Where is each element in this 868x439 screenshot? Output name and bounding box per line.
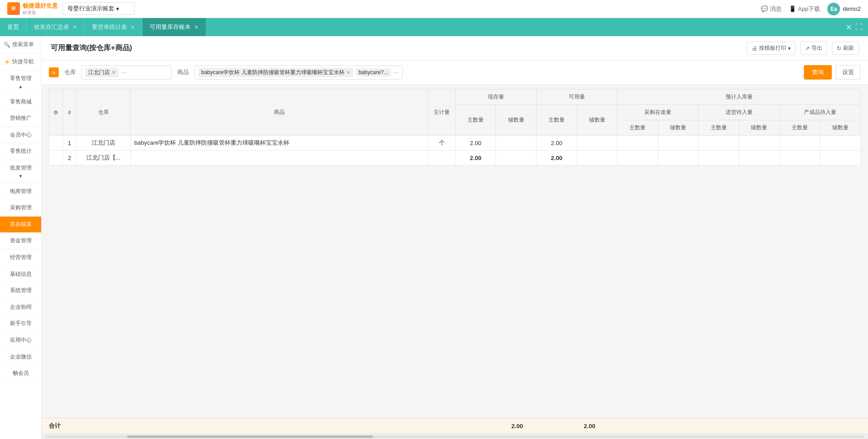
cell-purchase-aux [658, 136, 698, 151]
cell-product-main [779, 151, 820, 165]
warehouse-filter-label: 仓库 [64, 68, 76, 76]
sidebar-item-system[interactable]: 系统管理 [0, 283, 41, 299]
export-button[interactable]: ↗ 导出 [800, 42, 827, 55]
sidebar-item-member[interactable]: 会员中心 [0, 127, 41, 144]
expand-arrow-icon: ▼ [19, 174, 23, 179]
tab-available-inventory[interactable]: 可用量库存账本 ✕ [142, 18, 206, 36]
username-label: demo2 [843, 5, 861, 12]
sidebar-item-finance[interactable]: 资金管理 [0, 233, 41, 250]
remove-warehouse-tag-icon[interactable]: ✕ [112, 70, 116, 76]
goods-filter-input[interactable]: babycare学饮杯 儿童防摔防撞吸管杯重力球吸嘴杯宝宝水杯 ✕ babyca… [194, 66, 403, 80]
more-goods-icon[interactable]: ··· [394, 69, 399, 76]
cell-unit: 个 [428, 136, 455, 151]
remove-goods-tag1-icon[interactable]: ✕ [346, 70, 350, 76]
chevron-down-icon: ▾ [116, 5, 119, 12]
close-all-icon[interactable]: ✕ [846, 23, 852, 32]
logo-text: 畅捷通好生意 标准版 [23, 2, 58, 16]
goods-tag-2: babycare?... [356, 68, 391, 76]
sidebar-item-wechat-work[interactable]: 企业微信 [0, 349, 41, 366]
col-product-main: 主数量 [779, 120, 820, 136]
scrollbar-thumb[interactable] [127, 435, 373, 438]
query-button[interactable]: 查询 [804, 65, 832, 80]
tab-order-stats[interactable]: 要货单统计表 ✕ [85, 18, 142, 36]
sidebar-item-operations[interactable]: 经营管理 [0, 250, 41, 266]
main-layout: 🔍 搜索菜单 ⚡ 快捷导航 零售管理 ▲ 零售商城 营销推广 会员中心 零售统计… [0, 36, 868, 439]
col-available-main: 主数量 [536, 105, 577, 136]
cell-index: 1 [63, 136, 76, 151]
top-bar-right: 💬 消息 📱 App下载 Ea demo2 [761, 3, 861, 15]
app-download-button[interactable]: 📱 App下载 [789, 5, 820, 13]
sidebar-item-app-center[interactable]: 应用中心 [0, 332, 41, 349]
close-icon[interactable]: ✕ [131, 24, 135, 30]
total-available-main: 2.00 [571, 423, 608, 430]
page-header-actions: 🖨 按模板打印 ▾ ↗ 导出 ↻ 刷新 [747, 42, 859, 60]
filter-expand-button[interactable]: » [49, 67, 59, 77]
tab-bar-actions: ✕ ⛶ [846, 23, 868, 32]
table-row: 2 江北门店【... 2.00 2.00 [49, 151, 861, 165]
sidebar-item-ecommerce[interactable]: 电商管理 [0, 184, 41, 200]
content-area: 可用量查询(按仓库+商品) 🖨 按模板打印 ▾ ↗ 导出 ↻ 刷新 [42, 36, 868, 439]
close-icon[interactable]: ✕ [194, 24, 198, 30]
col-product-aux: 辅数量 [820, 120, 861, 136]
expand-icon[interactable]: ⛶ [855, 23, 863, 31]
warehouse-filter-input[interactable]: 江北门店 ✕ ··· [81, 66, 172, 80]
col-index: # [63, 90, 76, 136]
col-available-aux: 辅数量 [577, 105, 618, 136]
col-group-inbound-pending: 进货待入量 [698, 105, 779, 120]
col-goods: 商品 [131, 90, 429, 136]
cell-purchase-main [618, 136, 658, 151]
sidebar-item-marketing[interactable]: 营销推广 [0, 110, 41, 127]
sidebar-item-retail-store[interactable]: 零售商城 [0, 94, 41, 111]
logo-area: 好 畅捷通好生意 标准版 [7, 2, 58, 16]
col-settings[interactable]: ⚙ [49, 90, 63, 136]
sidebar-nav-shortcut[interactable]: ⚡ 快捷导航 [0, 53, 41, 71]
expand-arrow-icon: ▲ [19, 84, 23, 89]
logo-icon: 好 [7, 2, 20, 15]
sidebar-item-basic-info[interactable]: 基础信息 [0, 266, 41, 283]
col-stock-main: 主数量 [455, 105, 496, 136]
sidebar-item-vip[interactable]: 畅会员 [0, 365, 41, 382]
col-group-planned: 预计入库量 [618, 90, 861, 105]
cell-product-aux [820, 151, 861, 165]
cell-index: 2 [63, 151, 76, 165]
col-inbound-aux: 辅数量 [739, 120, 780, 136]
message-button[interactable]: 💬 消息 [761, 5, 782, 13]
tab-bar: 首页 收发存汇总表 ✕ 要货单统计表 ✕ 可用量库存账本 ✕ ✕ ⛶ [0, 18, 868, 36]
settings-button[interactable]: 设置 [835, 65, 861, 80]
sidebar-item-newbie[interactable]: 新手引导 [0, 316, 41, 332]
top-bar: 好 畅捷通好生意 标准版 母婴行业演示账套 ▾ 💬 消息 📱 App下载 Ea … [0, 0, 868, 18]
tab-receive-summary[interactable]: 收发存汇总表 ✕ [27, 18, 85, 36]
col-stock-aux: 辅数量 [496, 105, 537, 136]
cell-inbound-aux [739, 151, 780, 165]
chevron-down-icon: ▾ [788, 45, 791, 52]
org-selector[interactable]: 母婴行业演示账套 ▾ [62, 2, 135, 15]
col-group-available: 可用量 [536, 90, 617, 105]
template-print-button[interactable]: 🖨 按模板打印 ▾ [747, 42, 796, 55]
sidebar-search[interactable]: 🔍 搜索菜单 [0, 36, 41, 53]
cell-product-aux [820, 136, 861, 151]
home-tab-label: 首页 [7, 23, 19, 31]
filter-bar: » 仓库 江北门店 ✕ ··· 商品 babycare学饮杯 儿童防摔防撞吸管杯… [42, 61, 868, 85]
more-options-icon[interactable]: ··· [121, 69, 127, 76]
cell-warehouse: 江北门店 [76, 136, 131, 151]
top-bar-left: 好 畅捷通好生意 标准版 母婴行业演示账套 ▾ [7, 2, 135, 16]
cell-warehouse: 江北门店【... [76, 151, 131, 165]
close-icon[interactable]: ✕ [73, 24, 77, 30]
cell-available-aux [577, 136, 618, 151]
goods-filter-label: 商品 [177, 68, 189, 76]
cell-stock-main: 2.00 [455, 136, 496, 151]
sidebar-item-retail-mgmt[interactable]: 零售管理 ▲ [0, 71, 41, 94]
horizontal-scrollbar[interactable] [42, 434, 868, 439]
avatar: Ea [827, 3, 840, 15]
sidebar-item-retail-stats[interactable]: 零售统计 [0, 143, 41, 160]
sidebar-item-wholesale-mgmt[interactable]: 批发管理 ▼ [0, 160, 41, 184]
sidebar-item-inventory[interactable]: 库存核算 [0, 217, 41, 233]
refresh-button[interactable]: ↻ 刷新 [832, 42, 859, 55]
page-title: 可用量查询(按仓库+商品) [51, 43, 132, 58]
table-container: ⚙ # 仓库 商品 主计量 现存量 可用量 预计入库量 主数量 辅数量 主数量 … [42, 85, 868, 418]
sidebar-item-enterprise[interactable]: 企业协同 [0, 299, 41, 316]
tab-home[interactable]: 首页 [0, 18, 27, 36]
user-area[interactable]: Ea demo2 [827, 3, 861, 15]
sidebar-item-purchase[interactable]: 采购管理 [0, 200, 41, 217]
cell-settings [49, 151, 63, 165]
